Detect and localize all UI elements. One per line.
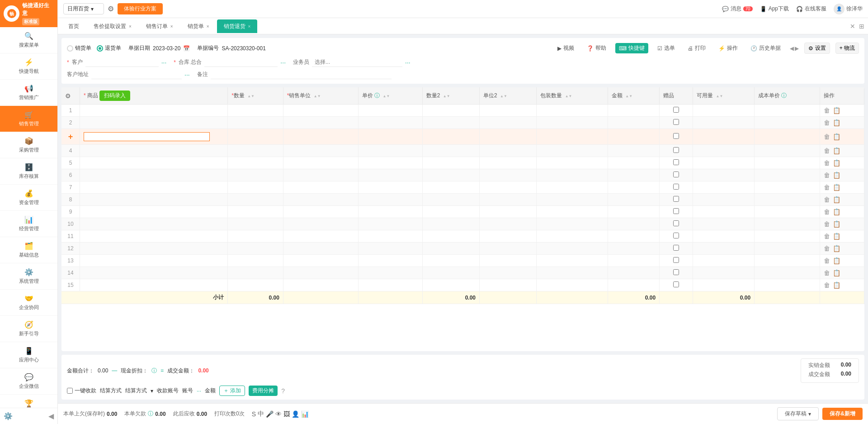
radio-sales[interactable]: 销货单 bbox=[67, 44, 91, 52]
product-cell[interactable] bbox=[80, 194, 228, 206]
amount-cell[interactable] bbox=[608, 129, 659, 145]
address-input[interactable] bbox=[91, 70, 182, 79]
packqty-cell[interactable] bbox=[537, 243, 608, 255]
delete-row-button[interactable]: 🗑 bbox=[824, 281, 830, 289]
price-sort[interactable]: ▲▼ bbox=[383, 94, 390, 98]
amount-cell[interactable] bbox=[608, 157, 659, 169]
gift-checkbox[interactable] bbox=[673, 281, 679, 287]
amount-cell[interactable] bbox=[608, 243, 659, 255]
qty2-cell[interactable] bbox=[422, 194, 479, 206]
amount-cell[interactable] bbox=[608, 255, 659, 267]
qty-cell[interactable] bbox=[228, 218, 283, 230]
delete-row-button[interactable]: 🗑 bbox=[824, 184, 830, 191]
save-new-button[interactable]: 保存&新增 bbox=[822, 408, 863, 420]
unit2-cell[interactable] bbox=[480, 230, 537, 243]
price-cell[interactable] bbox=[358, 206, 422, 218]
delete-row-button[interactable]: 🗑 bbox=[824, 107, 830, 114]
scan-button[interactable]: 扫码录入 bbox=[99, 91, 130, 101]
sidebar-item-sales[interactable]: 🛒 销售管理 bbox=[0, 106, 57, 132]
copy-row-button[interactable]: 📋 bbox=[833, 233, 840, 240]
radio-return[interactable]: 退货单 bbox=[97, 44, 121, 52]
unit-cell[interactable] bbox=[283, 206, 358, 218]
unit-cell[interactable] bbox=[283, 181, 358, 194]
copy-row-button[interactable]: 📋 bbox=[833, 281, 840, 289]
delete-row-button[interactable]: 🗑 bbox=[824, 257, 830, 264]
qty-cell[interactable] bbox=[228, 255, 283, 267]
product-cell[interactable] bbox=[80, 181, 228, 194]
product-input[interactable] bbox=[84, 132, 210, 141]
copy-row-button[interactable]: 📋 bbox=[833, 245, 840, 252]
amount-cell[interactable] bbox=[608, 218, 659, 230]
copy-row-button[interactable]: 📋 bbox=[833, 184, 840, 191]
gift-checkbox[interactable] bbox=[673, 107, 679, 113]
salesperson-input[interactable] bbox=[312, 57, 402, 67]
message-button[interactable]: 💬 消息 70 bbox=[722, 5, 753, 13]
price-cell[interactable] bbox=[358, 181, 422, 194]
unit2-cell[interactable] bbox=[480, 129, 537, 145]
user-menu[interactable]: 👤 徐泽华 bbox=[834, 4, 863, 14]
copy-row-button[interactable]: 📋 bbox=[833, 269, 840, 276]
settings-button[interactable]: ⚙ 设置 bbox=[804, 43, 830, 54]
qty2-sort[interactable]: ▲▼ bbox=[443, 94, 450, 98]
unit-cell[interactable] bbox=[283, 279, 358, 291]
available-cell[interactable] bbox=[693, 206, 755, 218]
gift-cell[interactable] bbox=[660, 105, 693, 117]
select-button[interactable]: ☑ 选单 bbox=[654, 43, 679, 53]
unit-cell[interactable] bbox=[283, 129, 358, 145]
tab-sales[interactable]: 销货单 × bbox=[181, 19, 216, 33]
trial-button[interactable]: 体验行业方案 bbox=[118, 3, 163, 14]
delete-row-button[interactable]: 🗑 bbox=[824, 196, 830, 203]
sidebar-item-operations[interactable]: 📊 经营管理 bbox=[0, 211, 57, 237]
qty2-cell[interactable] bbox=[422, 267, 479, 279]
delete-row-button[interactable]: 🗑 bbox=[824, 172, 830, 179]
price-cell[interactable] bbox=[358, 157, 422, 169]
product-cell[interactable] bbox=[80, 117, 228, 129]
cost-cell[interactable] bbox=[755, 218, 820, 230]
amount-cell[interactable] bbox=[608, 181, 659, 194]
sidebar-item-search[interactable]: 🔍 搜索菜单 bbox=[0, 27, 57, 53]
sidebar-item-basic[interactable]: 🗂️ 基础信息 bbox=[0, 237, 57, 263]
footer-icon-eye[interactable]: 👁 bbox=[275, 410, 282, 418]
app-download-button[interactable]: 📱 App下载 bbox=[760, 5, 789, 13]
unit-cell[interactable] bbox=[283, 169, 358, 181]
tab-sales-order[interactable]: 销售订单 × bbox=[139, 19, 180, 33]
delete-row-button[interactable]: 🗑 bbox=[824, 159, 830, 167]
cost-cell[interactable] bbox=[755, 230, 820, 243]
unit-cell[interactable] bbox=[283, 105, 358, 117]
qty-cell[interactable] bbox=[228, 243, 283, 255]
price-cell[interactable] bbox=[358, 105, 422, 117]
qty2-cell[interactable] bbox=[422, 157, 479, 169]
price-cell[interactable] bbox=[358, 243, 422, 255]
gift-cell[interactable] bbox=[660, 194, 693, 206]
unit-cell[interactable] bbox=[283, 117, 358, 129]
add-row-button[interactable]: + bbox=[65, 131, 76, 142]
qty2-cell[interactable] bbox=[422, 145, 479, 157]
tab-home[interactable]: 首页 bbox=[61, 19, 86, 33]
price-cell[interactable] bbox=[358, 145, 422, 157]
next-button[interactable]: ▶ bbox=[795, 45, 799, 52]
gift-cell[interactable] bbox=[660, 255, 693, 267]
copy-row-button[interactable]: 📋 bbox=[833, 257, 840, 264]
available-cell[interactable] bbox=[693, 255, 755, 267]
history-button[interactable]: 🕐 历史单据 bbox=[747, 43, 784, 53]
unit2-cell[interactable] bbox=[480, 157, 537, 169]
gift-checkbox[interactable] bbox=[673, 208, 679, 214]
unit2-cell[interactable] bbox=[480, 194, 537, 206]
qty2-cell[interactable] bbox=[422, 181, 479, 194]
unit2-cell[interactable] bbox=[480, 169, 537, 181]
amount-cell[interactable] bbox=[608, 194, 659, 206]
sidebar-item-wechat[interactable]: 💬 企业微信 bbox=[0, 368, 57, 395]
qty2-cell[interactable] bbox=[422, 117, 479, 129]
available-cell[interactable] bbox=[693, 181, 755, 194]
gift-checkbox[interactable] bbox=[673, 269, 679, 275]
available-cell[interactable] bbox=[693, 105, 755, 117]
sidebar-item-marketing[interactable]: 📢 营销推广 bbox=[0, 80, 57, 106]
sidebar-item-inventory[interactable]: 🗄️ 库存核算 bbox=[0, 158, 57, 185]
save-draft-button[interactable]: 保存草稿 ▾ bbox=[777, 407, 819, 420]
sidebar-item-guide[interactable]: 🧭 新手引导 bbox=[0, 316, 57, 342]
sidebar-item-purchase[interactable]: 📦 采购管理 bbox=[0, 132, 57, 158]
gift-cell[interactable] bbox=[660, 145, 693, 157]
packqty-cell[interactable] bbox=[537, 145, 608, 157]
question-mark-button[interactable]: ? bbox=[281, 387, 285, 395]
qty2-cell[interactable] bbox=[422, 255, 479, 267]
